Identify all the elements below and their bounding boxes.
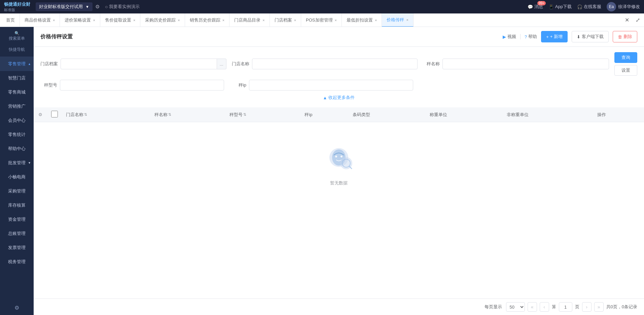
- tab-price-transfer[interactable]: 价格传秤 ×: [382, 13, 413, 27]
- close-icon[interactable]: ×: [133, 18, 135, 22]
- delete-icon: 🗑: [618, 34, 622, 39]
- scale-name-input[interactable]: [442, 59, 609, 69]
- sidebar-item-finance[interactable]: 资金管理: [0, 212, 34, 226]
- sidebar-item-marketing[interactable]: 营销推广: [0, 99, 34, 113]
- content-area: 价格传秤设置 ▶ 视频 ? 帮助 + + 新增: [34, 27, 644, 315]
- set-button[interactable]: 设置: [614, 65, 637, 76]
- filter-row-1: 门店档案 ... 门店名称 秤名称: [40, 52, 637, 76]
- video-link[interactable]: ▶ 视频: [503, 34, 516, 40]
- user-menu[interactable]: Ea 徐泽华修改: [607, 2, 640, 11]
- scale-model-input[interactable]: [60, 80, 224, 91]
- sort-store-name[interactable]: 门店名称: [66, 112, 87, 118]
- help-link[interactable]: ? 帮助: [525, 34, 537, 40]
- download-button[interactable]: ⬇ 客户端下载: [572, 31, 609, 42]
- page-number-input[interactable]: [559, 302, 572, 312]
- store-name-input[interactable]: [252, 59, 418, 69]
- sidebar-item-retail-stats[interactable]: 零售统计: [0, 128, 34, 142]
- close-tab-button[interactable]: ✕: [622, 15, 632, 25]
- next-page-button[interactable]: ›: [582, 302, 592, 312]
- online-service-button[interactable]: 🎧 在线客服: [577, 4, 601, 10]
- page-header-actions: ▶ 视频 ? 帮助 + + 新增 ⬇ 客户端下载: [503, 31, 637, 42]
- close-icon[interactable]: ×: [222, 18, 224, 22]
- expand-tab-button[interactable]: ⤢: [633, 15, 643, 25]
- tab-sale-history[interactable]: 销售历史价跟踪 ×: [185, 13, 229, 27]
- sidebar-item-retail-mall[interactable]: 零售商城: [0, 85, 34, 99]
- app-logo: 畅捷通好业财 标准版: [4, 1, 30, 12]
- empty-text: 暂无数据: [330, 180, 348, 186]
- sidebar-item-purchase[interactable]: 采购管理: [0, 184, 34, 198]
- tab-store-archive[interactable]: 门店档案 ×: [270, 13, 301, 27]
- close-icon[interactable]: ×: [335, 18, 337, 22]
- close-icon[interactable]: ×: [406, 18, 408, 22]
- add-button[interactable]: + + 新增: [541, 31, 568, 42]
- col-store-name: 门店名称: [62, 107, 150, 122]
- sidebar-item-invoice[interactable]: 发票管理: [0, 241, 34, 255]
- sidebar-item-smart-store[interactable]: 智慧门店: [0, 71, 34, 85]
- tab-store-catalog[interactable]: 门店商品目录 ×: [229, 13, 270, 27]
- sidebar-item-tax[interactable]: 税务管理: [0, 255, 34, 269]
- scale-ip-input[interactable]: [249, 80, 413, 91]
- data-table: ⚙ 门店名称 秤名称 秤型号: [34, 107, 644, 206]
- tab-purchase-history[interactable]: 采购历史价跟踪 ×: [140, 13, 185, 27]
- plus-icon: +: [546, 34, 549, 39]
- message-button[interactable]: 💬 消息 99+: [528, 4, 543, 10]
- svg-point-3: [341, 155, 343, 158]
- demo-button[interactable]: 我要看实例演示: [105, 4, 140, 10]
- table-body: 暂无数据: [34, 122, 644, 207]
- close-icon[interactable]: ×: [178, 18, 180, 22]
- sidebar-item-retail-management[interactable]: 零售管理: [0, 57, 34, 71]
- tab-home[interactable]: 首页: [1, 13, 20, 27]
- close-icon[interactable]: ×: [375, 18, 377, 22]
- total-info: 共0页，0条记录: [606, 304, 637, 310]
- sidebar-settings-icon[interactable]: ⚙: [0, 301, 34, 315]
- col-scale-ip: 秤ip: [300, 107, 348, 122]
- version-selector[interactable]: 好业财标准版交付试用 ▼: [36, 2, 93, 11]
- page-title: 价格传秤设置: [40, 33, 73, 40]
- sidebar: 🔍 搜索菜单 快捷导航 零售管理 智慧门店 零售商城 营销推广 会员中心: [0, 27, 34, 315]
- delete-button[interactable]: 🗑 删除: [613, 31, 637, 42]
- sidebar-item-ledger[interactable]: 总账管理: [0, 226, 34, 241]
- sidebar-item-inventory[interactable]: 库存核算: [0, 198, 34, 212]
- tab-discount-settings[interactable]: 最低折扣设置 ×: [342, 13, 382, 27]
- last-page-button[interactable]: »: [594, 302, 604, 312]
- query-button[interactable]: 查询: [614, 52, 637, 63]
- table-settings-icon[interactable]: ⚙: [38, 112, 42, 117]
- sidebar-item-wholesale[interactable]: 批发管理: [0, 156, 34, 170]
- col-non-weight-unit: 非称重单位: [503, 107, 593, 122]
- svg-point-2: [335, 155, 337, 158]
- page-size-label: 每页显示: [485, 304, 502, 310]
- sidebar-item-help-center[interactable]: 帮助中心: [0, 142, 34, 156]
- store-archive-dots-button[interactable]: ...: [217, 59, 226, 69]
- collapse-button[interactable]: ▲ 收起更多条件: [40, 95, 637, 101]
- settings-icon[interactable]: ⚙: [95, 4, 100, 10]
- close-icon[interactable]: ×: [262, 18, 264, 22]
- close-icon[interactable]: ×: [53, 18, 55, 22]
- store-archive-input[interactable]: [61, 59, 217, 69]
- prev-page-button[interactable]: ‹: [540, 302, 549, 312]
- app-download-button[interactable]: 📱 App下载: [548, 4, 572, 10]
- download-icon: ⬇: [577, 34, 580, 39]
- select-all-checkbox[interactable]: [51, 111, 58, 117]
- sort-scale-model[interactable]: 秤型号: [229, 112, 246, 118]
- close-icon[interactable]: ×: [294, 18, 296, 22]
- tab-sale-extract[interactable]: 售价提取设置 ×: [100, 13, 140, 27]
- sidebar-search[interactable]: 🔍 搜索菜单: [0, 27, 34, 44]
- tab-price-settings[interactable]: 商品价格设置 ×: [20, 13, 60, 27]
- sidebar-item-member-center[interactable]: 会员中心: [0, 113, 34, 128]
- page-size-select[interactable]: 50 10 20 100: [506, 302, 525, 312]
- filter-scale-ip: 秤ip: [229, 80, 413, 91]
- first-page-button[interactable]: «: [528, 302, 537, 312]
- col-weight-unit: 称重单位: [426, 107, 503, 122]
- scale-model-label: 秤型号: [40, 82, 57, 88]
- tab-purchase-strategy[interactable]: 进价策略设置 ×: [60, 13, 100, 27]
- sort-scale-name[interactable]: 秤名称: [154, 112, 171, 118]
- sidebar-item-ecommerce[interactable]: 小畅电商: [0, 170, 34, 184]
- page-label: 算: [552, 304, 556, 310]
- tab-pos-management[interactable]: POS加密管理 ×: [301, 13, 342, 27]
- col-scale-model: 秤型号: [225, 107, 300, 122]
- close-icon[interactable]: ×: [93, 18, 95, 22]
- avatar: Ea: [607, 2, 616, 11]
- tab-bar-controls: ✕ ⤢: [622, 15, 643, 25]
- sidebar-shortcut-nav[interactable]: 快捷导航: [0, 44, 34, 57]
- search-icon: 🔍: [14, 31, 20, 36]
